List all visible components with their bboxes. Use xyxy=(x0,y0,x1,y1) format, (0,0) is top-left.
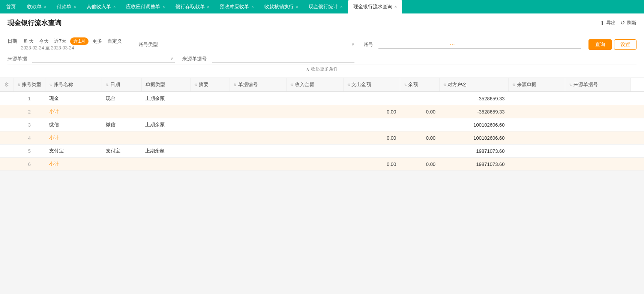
row-number: 4 xyxy=(14,131,45,145)
header-actions: ⬆ 导出 ↺ 刷新 xyxy=(600,19,636,26)
date-range-display: 2023-02-24 至 2023-03-24 xyxy=(21,45,74,51)
close-tab-1-icon[interactable]: × xyxy=(74,0,76,13)
account-label: 账号 xyxy=(363,41,373,48)
cell-voucher-no xyxy=(287,158,343,171)
shortcut-yesterday[interactable]: 昨天 xyxy=(23,37,35,45)
th-date[interactable]: ⇅ 日期 xyxy=(102,78,141,92)
shortcut-1month[interactable]: 近1月 xyxy=(70,37,89,45)
nav-tab-0[interactable]: 收款单 × xyxy=(22,0,51,13)
th-expense[interactable]: ⇅ 支出金额 xyxy=(343,78,400,92)
export-button[interactable]: ⬆ 导出 xyxy=(600,19,616,26)
cell-source-voucher-no xyxy=(630,118,644,131)
nav-tab-3[interactable]: 应收应付调整单 × xyxy=(121,0,170,13)
close-tab-0-icon[interactable]: × xyxy=(44,0,46,13)
cell-account-name xyxy=(102,158,141,171)
th-source-voucher-no[interactable]: ⇅ 来源单据号 xyxy=(565,78,630,92)
cell-source-voucher-no xyxy=(630,145,644,158)
cell-source-voucher xyxy=(565,105,630,118)
close-tab-4-icon[interactable]: × xyxy=(207,0,209,13)
shortcut-today[interactable]: 今天 xyxy=(38,37,50,45)
cell-summary xyxy=(230,131,287,145)
nav-tab-8[interactable]: 现金银行流水查询 × xyxy=(348,0,402,13)
cell-balance: -3528659.33 xyxy=(439,92,508,105)
cell-voucher-type xyxy=(191,131,230,145)
source-voucher-no-input[interactable] xyxy=(213,56,348,61)
table-row: 2小计0.000.00-3528659.33 xyxy=(0,105,644,118)
nav-tab-5[interactable]: 预收冲应收单 × xyxy=(215,0,259,13)
refresh-button[interactable]: ↺ 刷新 xyxy=(620,19,636,26)
cell-balance: 19871073.60 xyxy=(439,145,508,158)
nav-home[interactable]: 首页 xyxy=(0,0,22,13)
table-row: 3微信微信上期余额100102606.60 xyxy=(0,118,644,131)
account-input[interactable] xyxy=(380,42,447,47)
cell-date: 上期余额 xyxy=(141,118,190,131)
cell-expense: 0.00 xyxy=(400,158,439,171)
cell-voucher-type xyxy=(191,92,230,105)
cell-voucher-no xyxy=(287,131,343,145)
cell-account-type: 小计 xyxy=(45,158,102,171)
cell-counterpart xyxy=(508,158,565,171)
cell-balance: 100102606.60 xyxy=(439,131,508,145)
cell-source-voucher-no xyxy=(630,92,644,105)
th-counterpart[interactable]: ⇅ 对方户名 xyxy=(439,78,508,92)
cell-source-voucher-no xyxy=(630,131,644,145)
nav-tab-7[interactable]: 现金银行统计 × xyxy=(303,0,348,13)
table-row: 1现金现金上期余额-3528659.33 xyxy=(0,92,644,105)
source-voucher-no-input-wrap xyxy=(212,55,354,63)
close-tab-5-icon[interactable]: × xyxy=(251,0,254,13)
query-button[interactable]: 查询 xyxy=(588,39,612,50)
row-gear-cell xyxy=(0,118,14,131)
cell-summary xyxy=(230,105,287,118)
th-account-type[interactable]: ⇅ 账号类型 xyxy=(14,78,45,92)
cell-expense xyxy=(400,118,439,131)
th-voucher-no[interactable]: ⇅ 单据编号 xyxy=(230,78,287,92)
column-settings-icon[interactable]: ⚙ xyxy=(4,81,9,88)
cell-balance: -3528659.33 xyxy=(439,105,508,118)
nav-tab-4[interactable]: 银行存取款单 × xyxy=(170,0,215,13)
cell-counterpart xyxy=(508,145,565,158)
cell-expense xyxy=(400,145,439,158)
th-balance[interactable]: ⇅ 余额 xyxy=(400,78,439,92)
nav-tab-1[interactable]: 付款单 × xyxy=(51,0,81,13)
th-income[interactable]: ⇅ 收入金额 xyxy=(287,78,343,92)
cell-source-voucher xyxy=(565,92,630,105)
shortcut-7days[interactable]: 近7天 xyxy=(53,37,68,45)
source-voucher-chevron: ∨ xyxy=(170,56,173,61)
shortcut-more[interactable]: 更多 xyxy=(91,37,104,45)
cell-income: 0.00 xyxy=(343,105,400,118)
collapse-up-icon: ∧ xyxy=(306,67,309,72)
close-tab-6-icon[interactable]: × xyxy=(296,0,298,13)
th-voucher-type[interactable]: 单据类型 xyxy=(141,78,190,92)
th-source-voucher[interactable]: ⇅ 来源单据 xyxy=(508,78,565,92)
cell-counterpart xyxy=(508,118,565,131)
row-gear-cell xyxy=(0,145,14,158)
account-dots-button[interactable]: ··· xyxy=(447,41,457,48)
cell-source-voucher xyxy=(565,145,630,158)
cell-source-voucher xyxy=(565,131,630,145)
shortcut-custom[interactable]: 自定义 xyxy=(106,37,123,45)
account-type-label: 账号类型 xyxy=(138,41,158,48)
row-number: 3 xyxy=(14,118,45,131)
th-summary[interactable]: ⇅ 摘要 xyxy=(191,78,230,92)
source-voucher-select[interactable]: ∨ xyxy=(32,55,175,63)
settings-button[interactable]: 设置 xyxy=(614,39,636,50)
cell-account-type: 现金 xyxy=(45,92,102,105)
row-gear-cell xyxy=(0,105,14,118)
date-label: 日期 xyxy=(8,38,17,45)
account-type-select[interactable]: ∨ xyxy=(163,41,356,48)
nav-tab-6[interactable]: 收款核销执行 × xyxy=(259,0,303,13)
cell-expense: 0.00 xyxy=(400,131,439,145)
cell-counterpart xyxy=(508,92,565,105)
collapse-button[interactable]: ∧ 收起更多条件 xyxy=(8,64,636,74)
cell-voucher-type xyxy=(191,145,230,158)
close-tab-3-icon[interactable]: × xyxy=(162,0,165,13)
cell-account-type: 小计 xyxy=(45,105,102,118)
data-table: ⚙ ⇅ 账号类型 ⇅ 账号名称 ⇅ 日期 单据类型 xyxy=(0,78,644,171)
th-account-name[interactable]: ⇅ 账号名称 xyxy=(45,78,102,92)
close-tab-2-icon[interactable]: × xyxy=(113,0,116,13)
cell-account-type: 小计 xyxy=(45,131,102,145)
nav-tab-2[interactable]: 其他收入单 × xyxy=(81,0,121,13)
cell-date xyxy=(141,105,190,118)
close-tab-7-icon[interactable]: × xyxy=(340,0,342,13)
close-tab-8-icon[interactable]: × xyxy=(395,0,397,13)
